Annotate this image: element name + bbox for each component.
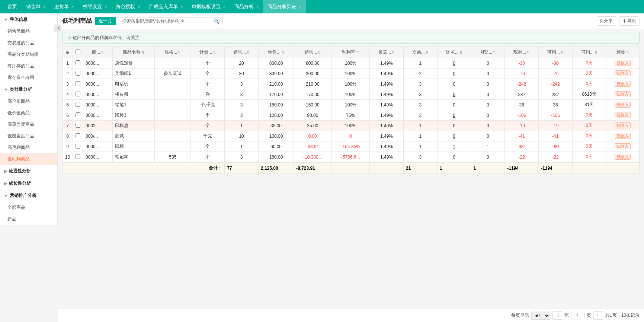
- th-gross[interactable]: 毛利率⇅: [331, 47, 370, 58]
- row-checkbox[interactable]: [76, 133, 80, 138]
- sidebar-item-inventory-capital[interactable]: 库存资金占用: [0, 72, 57, 83]
- sidebar-item-high-value[interactable]: 高价值商品: [0, 96, 57, 107]
- nav-roles-close[interactable]: ×: [138, 4, 140, 9]
- td-view1[interactable]: 0: [437, 121, 471, 131]
- sidebar-item-sales-goods[interactable]: 销售类商品: [0, 26, 57, 37]
- sidebar-group-flow[interactable]: ▶ 流通性分析: [0, 165, 57, 177]
- td-view1[interactable]: 0: [437, 79, 471, 89]
- td-view1[interactable]: 0: [437, 131, 471, 141]
- sidebar-item-low-value[interactable]: 低价值商品: [0, 107, 57, 119]
- nav-template-close[interactable]: ×: [223, 4, 225, 9]
- td-coverage: 1.49%: [370, 100, 404, 110]
- th-settings[interactable]: ⚙: [63, 47, 73, 58]
- th-coverage[interactable]: 覆盖...⇅: [370, 47, 404, 58]
- row-checkbox[interactable]: [76, 71, 80, 76]
- td-coverage: 1.49%: [370, 110, 404, 121]
- sidebar-collapse-button[interactable]: 《: [54, 25, 61, 32]
- th-stock1[interactable]: 现有...⇅: [505, 47, 539, 58]
- td-view1[interactable]: 1: [437, 141, 471, 152]
- sidebar-group-cluster[interactable]: ▼ 类群量分析: [0, 83, 57, 96]
- sidebar-item-low-gross[interactable]: 低毛利商品: [0, 153, 57, 165]
- td-checkbox[interactable]: [73, 58, 83, 68]
- sidebar-group-overall[interactable]: ▼ 整体信息: [0, 13, 57, 26]
- th-trade[interactable]: 交易...⇅: [403, 47, 437, 58]
- th-stock3[interactable]: 可销...⇅: [572, 47, 606, 58]
- sidebar-item-new-goods[interactable]: 新品: [0, 213, 57, 225]
- td-view1[interactable]: 0: [437, 58, 471, 68]
- prev-page-button[interactable]: 〈: [552, 311, 562, 320]
- td-view1[interactable]: 0: [437, 110, 471, 121]
- share-button[interactable]: ⎘ 分享: [597, 16, 616, 26]
- th-sales3[interactable]: 销售...⇅: [294, 47, 331, 58]
- td-checkbox[interactable]: [73, 110, 83, 121]
- th-name[interactable]: 商品名称⇅: [113, 47, 155, 58]
- th-sales1[interactable]: 销售...⇅: [225, 47, 259, 58]
- nav-sales-close[interactable]: ×: [43, 4, 45, 9]
- nav-sales[interactable]: 销售单 ×: [22, 0, 50, 13]
- nav-roles[interactable]: 角色授权 ×: [111, 0, 144, 13]
- nav-purchase-close[interactable]: ×: [71, 4, 74, 9]
- page-size-select[interactable]: 50 10 20 100: [531, 312, 550, 320]
- export-button[interactable]: ⬇ 导出: [619, 16, 640, 26]
- sidebar-item-high-gross[interactable]: 高毛利商品: [0, 142, 57, 153]
- sidebar-item-high-coverage[interactable]: 高覆盖度商品: [0, 119, 57, 130]
- td-view1[interactable]: 0: [437, 89, 471, 100]
- th-spec[interactable]: 规格...⇅: [155, 47, 191, 58]
- td-view1[interactable]: 0: [437, 100, 471, 110]
- sidebar-item-in-stock[interactable]: 有库存的商品: [0, 60, 57, 72]
- nav-purchase[interactable]: 进货单 ×: [50, 0, 78, 13]
- td-checkbox[interactable]: [73, 131, 83, 141]
- search-input[interactable]: [122, 19, 213, 24]
- sidebar-item-category-rate[interactable]: 商品分类助销率: [0, 49, 57, 60]
- td-view1[interactable]: 0: [437, 68, 471, 79]
- td-checkbox[interactable]: [73, 79, 83, 89]
- th-tag[interactable]: 标签⇅: [606, 47, 639, 58]
- td-checkbox[interactable]: [73, 100, 83, 110]
- nav-analysis-list-close[interactable]: ×: [299, 4, 301, 9]
- row-checkbox[interactable]: [76, 112, 80, 117]
- row-checkbox[interactable]: [76, 92, 80, 96]
- th-code[interactable]: 商...⇅: [83, 47, 113, 58]
- td-stock1: -981: [505, 141, 539, 152]
- th-sales2[interactable]: 销售...⇅: [258, 47, 294, 58]
- row-checkbox[interactable]: [76, 154, 80, 159]
- nav-product-entry[interactable]: 产成品入库单 ×: [144, 0, 187, 13]
- row-checkbox[interactable]: [76, 81, 80, 86]
- td-checkbox[interactable]: [73, 89, 83, 100]
- nav-product-analysis-close[interactable]: ×: [256, 4, 259, 9]
- row-checkbox[interactable]: [76, 144, 80, 149]
- th-stock2[interactable]: 可用...⇅: [539, 47, 573, 58]
- nav-template[interactable]: 单据模板设置 ×: [187, 0, 230, 13]
- nav-product-analysis[interactable]: 商品分析 ×: [230, 0, 263, 13]
- td-checkbox[interactable]: [73, 152, 83, 163]
- next-page-button[interactable]: 〉: [593, 311, 603, 320]
- nav-permissions-close[interactable]: ×: [105, 4, 107, 9]
- th-view1[interactable]: 浏览...⇅: [437, 47, 471, 58]
- sidebar-group-growth[interactable]: ▶ 成长性分析: [0, 177, 57, 189]
- page-label2: 页: [587, 312, 591, 319]
- td-view1[interactable]: 0: [437, 152, 471, 163]
- th-checkbox[interactable]: [73, 47, 83, 58]
- td-s2: 800.00: [258, 58, 294, 68]
- sidebar-item-traded-goods[interactable]: 交易过的商品: [0, 37, 57, 49]
- select-all-checkbox[interactable]: [76, 50, 80, 54]
- sidebar-item-low-coverage[interactable]: 低覆盖度商品: [0, 130, 57, 142]
- row-checkbox[interactable]: [76, 102, 80, 107]
- nav-product-entry-close[interactable]: ×: [180, 4, 183, 9]
- nav-home[interactable]: 首页: [3, 0, 22, 13]
- td-checkbox[interactable]: [73, 141, 83, 152]
- nav-analysis-list[interactable]: 商品分析列表 ×: [263, 0, 306, 13]
- th-unit[interactable]: 计量...⇅: [191, 47, 225, 58]
- td-checkbox[interactable]: [73, 68, 83, 79]
- date-filter-button[interactable]: 近一月: [95, 17, 116, 25]
- td-checkbox[interactable]: [73, 121, 83, 131]
- nav-permissions[interactable]: 权限设置 ×: [78, 0, 111, 13]
- td-s2: 100.00: [258, 131, 294, 141]
- sidebar-group-marketing[interactable]: ▼ 营销推广分析: [0, 189, 57, 202]
- sidebar-item-all-goods[interactable]: 全部商品: [0, 202, 57, 213]
- search-icon[interactable]: 🔍: [213, 18, 220, 24]
- row-checkbox[interactable]: [76, 123, 80, 128]
- row-checkbox[interactable]: [76, 60, 80, 65]
- th-view2[interactable]: 浏览...⇅: [471, 47, 505, 58]
- current-page-input[interactable]: [571, 312, 584, 319]
